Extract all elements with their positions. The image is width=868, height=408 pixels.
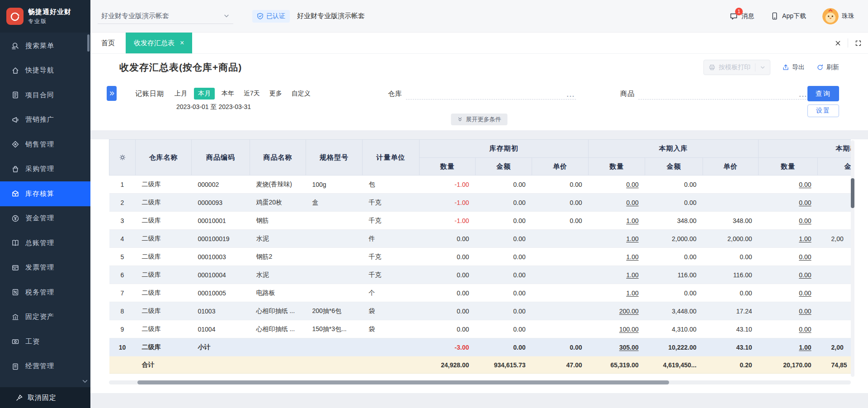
sidebar-item-business[interactable]: 经营管理	[0, 354, 90, 379]
sidebar-item-sales[interactable]: 销售管理	[0, 132, 90, 157]
cell-q2[interactable]: 1.00	[589, 248, 645, 266]
header-unit[interactable]: 计量单位	[363, 140, 420, 176]
tab-home[interactable]: 首页	[90, 33, 126, 53]
cell-q3[interactable]: 1.00	[759, 338, 818, 356]
cell-q3[interactable]: 1.00	[759, 230, 818, 248]
fullscreen-icon[interactable]	[848, 33, 868, 53]
header-price-1[interactable]: 单价	[532, 158, 589, 176]
product-input[interactable]: ...	[638, 88, 808, 100]
tab-report-active[interactable]: 收发存汇总表 ×	[126, 33, 192, 53]
cell-a2: 0.00	[645, 248, 703, 266]
user-menu[interactable]: 珠珠	[822, 8, 854, 24]
date-option-this-year[interactable]: 本年	[219, 88, 237, 100]
sidebar-item-marketing[interactable]: 营销推广	[0, 108, 90, 133]
date-option-this-month[interactable]: 本月	[194, 88, 215, 100]
header-qty-3[interactable]: 数量	[759, 158, 818, 176]
chevron-down-icon[interactable]	[760, 65, 765, 70]
sidebar-item-circle[interactable]: 小畅报销	[0, 379, 90, 387]
column-settings-header[interactable]	[109, 140, 136, 176]
sidebar-scrollbar[interactable]	[87, 34, 90, 52]
cell-q2[interactable]: 1.00	[589, 212, 645, 230]
cell-q2[interactable]: 305.00	[589, 338, 645, 356]
cell-q1: -1.00	[420, 212, 476, 230]
sidebar-item-search[interactable]: 搜索菜单	[0, 33, 90, 58]
unpin-button[interactable]: 取消固定	[0, 387, 90, 408]
messages-badge: 1	[735, 8, 743, 15]
header-spec[interactable]: 规格型号	[306, 140, 363, 176]
sidebar-item-ledger[interactable]: 总账管理	[0, 231, 90, 256]
sidebar-item-funds[interactable]: 资金管理	[0, 206, 90, 231]
horizontal-scrollbar-thumb[interactable]	[137, 380, 669, 384]
phone-icon	[770, 12, 779, 20]
cell-q3[interactable]: 0.00	[759, 194, 818, 212]
warehouse-input[interactable]: ...	[406, 88, 576, 100]
header-name[interactable]: 商品名称	[250, 140, 306, 176]
cell-q2[interactable]: 0.00	[589, 194, 645, 212]
header-qty-2[interactable]: 数量	[589, 158, 645, 176]
cell-q3[interactable]: 0.00	[759, 212, 818, 230]
cell-unit: 包	[363, 176, 420, 194]
close-icon[interactable]	[828, 33, 848, 53]
header-amount-2[interactable]: 金额	[645, 158, 703, 176]
date-option-last-7-days[interactable]: 近7天	[241, 88, 263, 100]
sidebar-item-payroll[interactable]: 工资	[0, 329, 90, 354]
table-row: 2二级库0000093鸡蛋20枚盒千克-1.000.000.000.000.00…	[109, 194, 851, 212]
cell-q2[interactable]: 200.00	[589, 302, 645, 320]
cell-q2[interactable]: 1.00	[589, 284, 645, 302]
shield-check-icon	[257, 13, 264, 19]
cell-a3	[818, 212, 851, 230]
cell-q3[interactable]: 0.00	[759, 320, 818, 338]
cell-q3[interactable]: 0.00	[759, 248, 818, 266]
header-qty-1[interactable]: 数量	[420, 158, 476, 176]
cell-q3[interactable]: 0.00	[759, 176, 818, 194]
total-p1: 47.00	[532, 356, 589, 374]
cell-q3[interactable]: 0.00	[759, 284, 818, 302]
header-warehouse[interactable]: 仓库名称	[136, 140, 192, 176]
export-button[interactable]: 导出	[782, 63, 805, 71]
product-filter: 商品 ...	[620, 88, 808, 100]
cell-q2[interactable]: 1.00	[589, 266, 645, 284]
print-by-template-button[interactable]: 按模板打印	[703, 60, 770, 75]
vertical-scrollbar-thumb[interactable]	[851, 178, 854, 208]
warehouse-picker-ellipsis[interactable]: ...	[566, 91, 576, 99]
date-option-custom[interactable]: 自定义	[289, 88, 313, 100]
settings-button[interactable]: 设置	[807, 104, 839, 117]
sidebar-item-inventory[interactable]: 库存核算	[0, 181, 90, 206]
date-option-last-month[interactable]: 上月	[172, 88, 190, 100]
messages-button[interactable]: 1 消息	[729, 12, 754, 21]
sidebar-item-invoice[interactable]: 发票管理	[0, 256, 90, 280]
refresh-button[interactable]: 刷新	[816, 63, 839, 71]
cell-name: 心相印抽纸 ...	[250, 320, 306, 338]
header-amount-3[interactable]: 金额	[818, 158, 851, 176]
date-option-more[interactable]: 更多	[267, 88, 285, 100]
sidebar-item-assets[interactable]: 固定资产	[0, 305, 90, 330]
account-select[interactable]: 好业财专业版演示帐套	[98, 9, 233, 24]
header-price-2[interactable]: 单价	[703, 158, 759, 176]
refresh-icon	[816, 64, 824, 71]
cell-q3[interactable]: 0.00	[759, 266, 818, 284]
sidebar-item-tax[interactable]: 税务管理	[0, 280, 90, 305]
cell-q3[interactable]: 0.00	[759, 302, 818, 320]
horizontal-scrollbar[interactable]	[109, 380, 851, 384]
app-download-button[interactable]: App下载	[770, 12, 806, 20]
query-button[interactable]: 查询	[807, 86, 839, 101]
vertical-scrollbar[interactable]	[851, 140, 854, 377]
search-icon	[11, 42, 19, 50]
product-picker-ellipsis[interactable]: ...	[799, 91, 808, 99]
sidebar-item-label: 搜索菜单	[25, 42, 54, 50]
sidebar-item-contract[interactable]: 项目合同	[0, 83, 90, 108]
filter-collapse-button[interactable]	[107, 86, 117, 101]
sidebar-item-purchase[interactable]: 采购管理	[0, 157, 90, 182]
sidebar-item-quick-nav[interactable]: 快捷导航	[0, 58, 90, 83]
cell-unit: 袋	[363, 320, 420, 338]
cell-q2[interactable]: 1.00	[589, 230, 645, 248]
expand-more-conditions-button[interactable]: 展开更多条件	[451, 114, 508, 125]
header-amount-1[interactable]: 金额	[476, 158, 532, 176]
logo-title: 畅捷通好业财	[28, 8, 71, 16]
cell-q2[interactable]: 100.00	[589, 320, 645, 338]
tab-close-icon[interactable]: ×	[180, 39, 184, 47]
cell-q2[interactable]: 0.00	[589, 176, 645, 194]
header-code[interactable]: 商品编码	[192, 140, 250, 176]
sidebar-more-chevron-icon[interactable]	[82, 378, 88, 384]
cell-a2: 3,448.00	[645, 302, 703, 320]
